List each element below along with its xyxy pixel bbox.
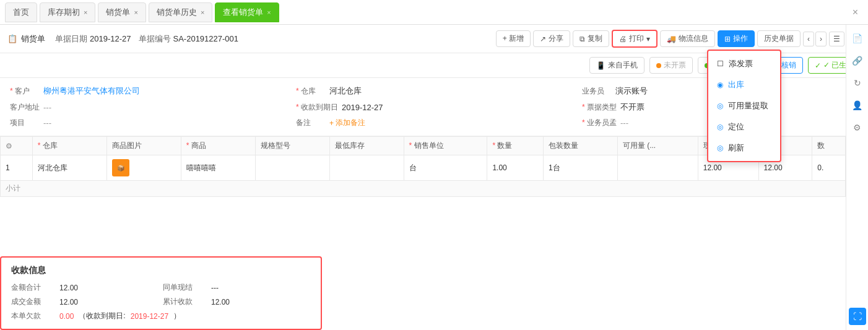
payment-date-label: 收款到期日: [296, 102, 338, 113]
doc-title-section: 📋 销货单: [7, 33, 45, 45]
prev-button[interactable]: ‹: [803, 32, 814, 46]
tab-inventory-label: 库存期初: [48, 7, 80, 18]
tab-view-sales[interactable]: 查看销货单 ×: [215, 2, 279, 22]
sidebar-user-icon[interactable]: 👤: [849, 97, 866, 114]
doc-date-item: 单据日期 2019-12-27: [55, 33, 131, 45]
row-product: 嘻嘻嘻嘻: [181, 155, 255, 181]
print-dropdown-icon: ▾: [646, 35, 650, 43]
dropdown-available-qty[interactable]: ◎ 可用量提取: [708, 95, 780, 116]
tab-sales-history[interactable]: 销货单历史 ×: [149, 2, 212, 22]
print-button[interactable]: 🖨 打印 ▾: [612, 30, 658, 48]
copy-button[interactable]: ⧉ 复制: [573, 30, 609, 47]
col-available: 可用量 (...: [617, 137, 698, 155]
transaction-amount-row: 成交金额 12.00: [11, 297, 159, 307]
add-note-btn[interactable]: + 添加备注: [329, 118, 365, 128]
cumulative-receipt-label: 累计收款: [163, 297, 206, 307]
tab-inventory-close[interactable]: ×: [84, 9, 87, 16]
project-value: ---: [43, 118, 51, 128]
tab-sales-order[interactable]: 销货单 ×: [98, 2, 145, 22]
list-view-btn[interactable]: ☰: [829, 32, 844, 46]
col-warehouse: 仓库: [32, 137, 106, 155]
payment-info-box: 收款信息 金额合计 12.00 同单现结 --- 成交金额 12.00 累计收款…: [0, 256, 322, 330]
project-label: 项目: [10, 118, 40, 128]
main-area: 📋 销货单 单据日期 2019-12-27 单据编号 SA-20191227-0…: [0, 25, 868, 330]
tab-sales-close[interactable]: ×: [134, 9, 137, 16]
row-product-img: 📦: [106, 155, 181, 181]
doc-title-icon: 📋: [7, 34, 17, 43]
effective-icon: ✓: [815, 61, 821, 70]
next-button[interactable]: ›: [815, 32, 827, 46]
logistics-icon: 🚚: [667, 35, 676, 43]
new-button[interactable]: + 新增: [496, 30, 531, 47]
cumulative-receipt-row: 累计收款 12.00: [163, 297, 311, 307]
col-qty: 数量: [487, 137, 543, 155]
share-label: 分享: [549, 33, 563, 44]
history-button[interactable]: 历史单据: [757, 30, 801, 47]
col-spec: 规格型号: [255, 137, 329, 155]
refresh-icon: ◎: [717, 144, 723, 152]
tab-home[interactable]: 首页: [5, 2, 37, 22]
print-icon: 🖨: [619, 35, 627, 43]
current-arrears-value: 0.00: [59, 312, 74, 321]
tab-bar: 首页 库存期初 × 销货单 × 销货单历史 × 查看销货单 × ×: [0, 0, 868, 25]
project-row: 项目 ---: [10, 118, 286, 128]
doc-number-value: SA-20191227-001: [173, 34, 239, 43]
current-arrears-row: 本单欠款 0.00 （收款到期日: 2019-12-27 ）: [11, 311, 311, 321]
cumulative-receipt-value: 12.00: [211, 298, 230, 306]
tab-history-close[interactable]: ×: [201, 9, 204, 16]
logistics-button[interactable]: 🚚 物流信息: [660, 30, 715, 47]
sales-person-value: ---: [620, 118, 628, 128]
sidebar-link-icon[interactable]: 🔗: [849, 52, 866, 69]
copy-label: 复制: [588, 33, 602, 44]
row-pack-qty: 1台: [543, 155, 617, 181]
doc-title-text: 销货单: [21, 33, 45, 45]
transaction-amount-value: 12.00: [59, 298, 78, 306]
window-close-btn[interactable]: ×: [848, 4, 863, 20]
doc-number-item: 单据编号 SA-20191227-001: [139, 33, 239, 45]
payment-grid: 金额合计 12.00 同单现结 --- 成交金额 12.00 累计收款 12.0…: [11, 282, 311, 321]
warehouse-row: 仓库 河北仓库: [296, 85, 572, 97]
tab-view-close[interactable]: ×: [267, 9, 271, 16]
sidebar-fullscreen-icon[interactable]: ⛶: [849, 308, 866, 325]
not-open-btn[interactable]: 未开票: [649, 57, 693, 74]
from-phone-btn[interactable]: 📱 来自手机: [589, 57, 644, 74]
phone-icon: 📱: [596, 61, 605, 70]
customer-label: 客户: [10, 86, 40, 97]
ops-label: 操作: [733, 33, 748, 44]
staff-label: 业务员: [582, 86, 612, 97]
col-settings[interactable]: ⚙: [1, 137, 33, 155]
note-row: 备注 + 添加备注: [296, 118, 572, 128]
arrears-note: （收款到期日:: [79, 311, 125, 321]
history-label: 历史单据: [764, 33, 794, 44]
tab-inventory-init[interactable]: 库存期初 ×: [40, 2, 95, 22]
same-settlement-value: ---: [211, 284, 219, 292]
warehouse-out-icon: ◉: [717, 80, 723, 89]
settings-icon: ⚙: [6, 142, 12, 150]
add-invoice-label: 添发票: [729, 58, 753, 69]
sidebar-settings-icon[interactable]: ⚙: [849, 119, 866, 136]
tab-view-label: 查看销货单: [223, 7, 263, 18]
warehouse-value: 河北仓库: [329, 85, 362, 97]
ops-icon: ⊞: [724, 35, 731, 43]
share-icon: ↗: [540, 35, 546, 43]
dropdown-add-invoice[interactable]: ☐ 添发票: [708, 53, 780, 74]
current-arrears-label: 本单欠款: [11, 311, 54, 321]
row-qty: 1.00: [487, 155, 543, 181]
total-amount-row: 金额合计 12.00: [11, 282, 159, 293]
available-qty-label: 可用量提取: [728, 100, 768, 111]
doc-meta: 单据日期 2019-12-27 单据编号 SA-20191227-001: [55, 33, 486, 45]
sidebar-doc-icon[interactable]: 📄: [849, 30, 866, 47]
customer-row: 客户 柳州粤港平安气体有限公司: [10, 85, 286, 97]
ticket-type-label: 票据类型: [582, 102, 617, 113]
copy-icon: ⧉: [579, 35, 585, 43]
dropdown-locate[interactable]: ◎ 定位: [708, 116, 780, 137]
row-warehouse: 河北仓库: [32, 155, 106, 181]
ops-button[interactable]: ⊞ 操作: [718, 30, 755, 47]
sidebar-refresh-icon[interactable]: ↻: [849, 74, 866, 92]
dropdown-warehouse-out[interactable]: ◉ 出库: [708, 74, 780, 95]
customer-value[interactable]: 柳州粤港平安气体有限公司: [43, 85, 140, 97]
add-note-plus: +: [329, 119, 334, 128]
share-button[interactable]: ↗ 分享: [533, 30, 570, 47]
row-index: 1: [1, 155, 33, 181]
dropdown-refresh[interactable]: ◎ 刷新: [708, 137, 780, 158]
